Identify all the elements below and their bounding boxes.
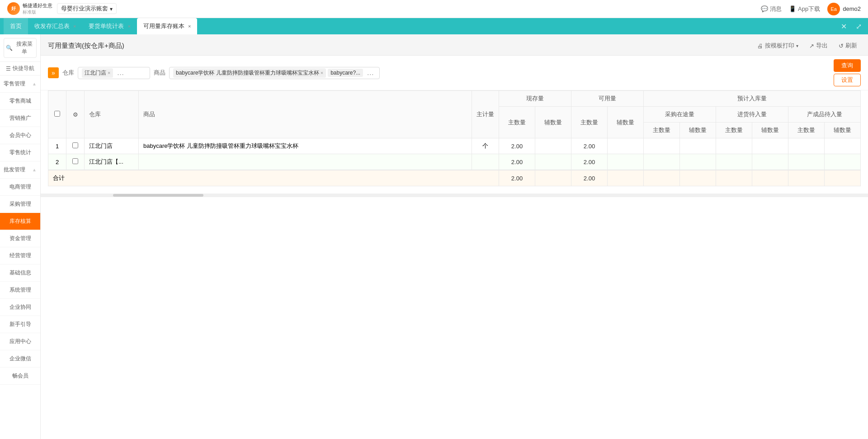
message-label: 消息 (770, 5, 782, 13)
tab-summary[interactable]: 收发存汇总表 × (28, 18, 82, 34)
sidebar-item-marketing[interactable]: 营销推广 (0, 110, 40, 127)
ecommerce-label: 电商管理 (9, 183, 31, 191)
logo-text-block: 畅捷通好生意 标准版 (23, 2, 52, 15)
row2-checkbox[interactable] (72, 158, 78, 164)
query-btn[interactable]: 查询 (834, 59, 861, 72)
row1-product: babycare学饮杯 儿童防摔防撞吸管杯重力球吸嘴杯宝宝水杯 (139, 138, 472, 154)
nav-close-all-btn[interactable]: ✕ (838, 21, 849, 32)
export-label: 导出 (816, 42, 828, 50)
sidebar-item-wechat[interactable]: 企业微信 (0, 350, 40, 368)
industry-selector[interactable]: 母婴行业演示账套 (57, 3, 117, 14)
tab-close-order-stat[interactable]: × (127, 24, 130, 29)
nav-tabs-right: ✕ ⤢ (838, 21, 868, 32)
warehouse-tag-close[interactable]: × (108, 70, 110, 76)
tab-order-stat[interactable]: 要货单统计表 × (82, 18, 137, 34)
product-tag-2: babycare?... (328, 69, 363, 77)
row1-select[interactable] (66, 138, 85, 154)
product-pending-header: 产成品待入量 (788, 107, 861, 123)
total-product-aux (825, 170, 861, 186)
refresh-btn[interactable]: ↺ 刷新 (835, 40, 861, 52)
guide-label: 新手引导 (9, 321, 31, 328)
sidebar-item-retail-shop[interactable]: 零售商城 (0, 93, 40, 110)
total-avail-aux (608, 170, 644, 186)
row2-avail-aux (608, 154, 644, 170)
nav-tabs-bar: 首页 收发存汇总表 × 要货单统计表 × 可用量库存账本 × ✕ ⤢ (0, 18, 868, 34)
sidebar-item-system[interactable]: 系统管理 (0, 282, 40, 299)
quick-nav-btn[interactable]: ☰ 快捷导航 (0, 62, 40, 76)
app-center-label: 应用中心 (9, 338, 31, 345)
app-logo-icon: 好 (7, 2, 20, 15)
row1-unit: 个 (472, 138, 499, 154)
row2-stock-main: 2.00 (499, 154, 535, 170)
template-print-btn[interactable]: 🖨 按模板打印 ▾ (754, 40, 802, 52)
sidebar-item-purchase[interactable]: 采购管理 (0, 196, 40, 213)
settings-icon[interactable]: ⚙ (73, 111, 78, 118)
row1-checkbox[interactable] (72, 142, 78, 148)
filter-toggle-btn[interactable]: » (48, 67, 59, 78)
retail-shop-label: 零售商城 (9, 97, 31, 105)
message-btn[interactable]: 💬 消息 (761, 5, 782, 13)
product-aux-header: 辅数量 (825, 123, 861, 138)
row2-unit (472, 154, 499, 170)
product-tag-1-text: babycare学饮杯 儿童防摔防撞吸管杯重力球吸嘴杯宝宝水杯 (176, 69, 319, 77)
warehouse-tag: 江北门店 × (82, 68, 113, 78)
total-row: 合计 2.00 2.00 (48, 170, 861, 186)
warehouse-filter-input[interactable]: 江北门店 × … (78, 67, 150, 79)
tab-close-avail-stock[interactable]: × (188, 24, 191, 29)
chevron-down-icon (110, 5, 113, 12)
sidebar-search-area: 🔍 搜索菜单 (0, 34, 40, 62)
search-icon: 🔍 (6, 45, 13, 51)
tab-avail-stock[interactable]: 可用量库存账本 × (137, 18, 197, 34)
row2-warehouse: 江北门店【... (85, 154, 139, 170)
app-download-btn[interactable]: 📱 App下载 (789, 5, 820, 13)
refresh-label: 刷新 (845, 42, 857, 50)
product-filter-label: 商品 (154, 69, 165, 77)
sidebar-item-retail-mgmt[interactable]: 零售管理 ▲ (0, 76, 40, 93)
sidebar-item-ecommerce[interactable]: 电商管理 (0, 179, 40, 196)
nav-expand-btn[interactable]: ⤢ (853, 21, 864, 32)
sidebar-item-vip[interactable]: 畅会员 (0, 368, 40, 385)
product-more-btn[interactable]: … (365, 69, 376, 77)
row1-product-aux (825, 138, 861, 154)
scroll-thumb[interactable] (113, 194, 203, 197)
tab-home[interactable]: 首页 (4, 18, 28, 34)
sidebar-item-member[interactable]: 会员中心 (0, 127, 40, 144)
col-no-header (48, 91, 66, 138)
sidebar-item-inventory[interactable]: 库存核算 (0, 213, 40, 230)
avail-stock-tab-label: 可用量库存账本 (143, 22, 184, 30)
sidebar-item-enterprise[interactable]: 企业协同 (0, 299, 40, 316)
settings-btn[interactable]: 设置 (834, 74, 861, 86)
industry-label: 母婴行业演示账套 (61, 5, 108, 13)
app-download-label: App下载 (798, 5, 820, 13)
sidebar-item-finance[interactable]: 资金管理 (0, 230, 40, 247)
product-filter-input[interactable]: babycare学饮杯 儿童防摔防撞吸管杯重力球吸嘴杯宝宝水杯 × babyca… (169, 67, 380, 79)
sidebar-item-basic-info[interactable]: 基础信息 (0, 264, 40, 282)
row2-select[interactable] (66, 154, 85, 170)
user-area[interactable]: Ea demo2 (827, 3, 861, 15)
print-icon: 🖨 (757, 42, 763, 49)
row1-incoming-main (716, 138, 752, 154)
tab-close-summary[interactable]: × (73, 24, 76, 29)
total-stock-main: 2.00 (499, 170, 535, 186)
top-bar: 好 畅捷通好生意 标准版 母婴行业演示账套 💬 消息 📱 App下载 Ea de… (0, 0, 868, 18)
purchase-aux-header: 辅数量 (680, 123, 716, 138)
sidebar-item-wholesale[interactable]: 批发管理 ▲ (0, 161, 40, 179)
table-row: 2 江北门店【... 2.00 2.00 (48, 154, 861, 170)
home-tab-label: 首页 (10, 22, 22, 30)
data-table: ⚙ 仓库 商品 主计量 现存量 可用量 预计入库量 主数量 辅数量 (48, 90, 861, 186)
total-product-main (788, 170, 825, 186)
arrow-icon: ▲ (32, 81, 37, 86)
sidebar-item-app-center[interactable]: 应用中心 (0, 333, 40, 350)
warehouse-more-btn[interactable]: … (115, 69, 126, 77)
sidebar-item-retail-stat[interactable]: 零售统计 (0, 144, 40, 161)
order-stat-tab-label: 要货单统计表 (89, 22, 124, 30)
export-btn[interactable]: ↗ 导出 (806, 40, 831, 52)
username-label: demo2 (843, 5, 861, 12)
product-tag-1-close[interactable]: × (321, 70, 323, 76)
row1-avail-aux (608, 138, 644, 154)
sidebar-item-guide[interactable]: 新手引导 (0, 316, 40, 333)
sidebar-item-operations[interactable]: 经营管理 (0, 247, 40, 264)
filter-area: » 仓库 江北门店 × … 商品 babycare学饮杯 儿童防摔防撞吸管杯重力… (41, 56, 868, 90)
search-menu-btn[interactable]: 🔍 搜索菜单 (4, 38, 37, 58)
select-all-checkbox[interactable] (54, 111, 60, 117)
